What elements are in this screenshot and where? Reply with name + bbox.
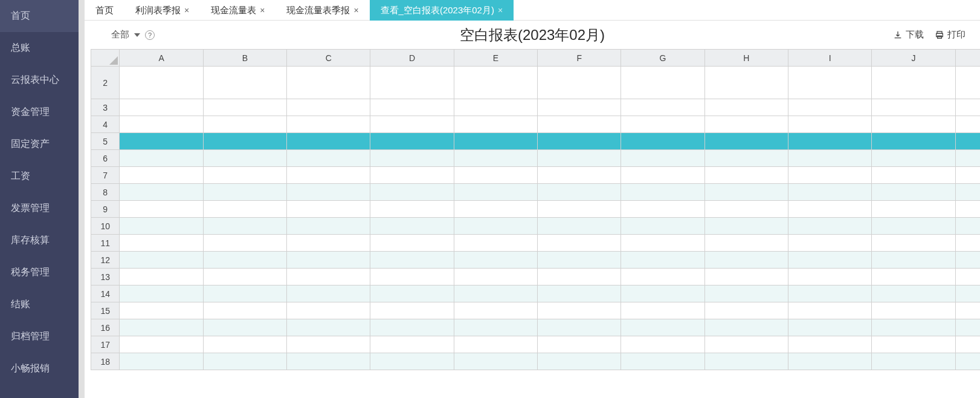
cell-C10[interactable] — [287, 218, 370, 235]
cell-G11[interactable] — [621, 235, 704, 252]
cell-D4[interactable] — [370, 116, 454, 133]
cell-J14[interactable] — [872, 285, 955, 302]
cell-G14[interactable] — [621, 285, 704, 302]
cell-F4[interactable] — [538, 116, 621, 133]
cell-E6[interactable] — [454, 150, 537, 167]
row-header-10[interactable]: 10 — [91, 218, 120, 235]
cell-G17[interactable] — [621, 336, 704, 353]
column-header-B[interactable]: B — [203, 50, 286, 67]
sidebar-item-inventory[interactable]: 库存核算 — [0, 224, 79, 256]
cell-I2[interactable] — [788, 67, 871, 99]
cell-D17[interactable] — [370, 336, 454, 353]
close-icon[interactable]: × — [260, 0, 265, 21]
close-icon[interactable]: × — [353, 0, 358, 21]
sidebar-item-invoice[interactable]: 发票管理 — [0, 192, 79, 224]
cell-F16[interactable] — [538, 319, 621, 336]
cell-J8[interactable] — [872, 184, 955, 201]
cell-H6[interactable] — [704, 150, 788, 167]
cell-K9[interactable] — [955, 201, 980, 218]
cell-B2[interactable] — [203, 67, 286, 99]
cell-H8[interactable] — [704, 184, 788, 201]
row-header-6[interactable]: 6 — [91, 150, 120, 167]
cell-D8[interactable] — [370, 184, 454, 201]
cell-E9[interactable] — [454, 201, 537, 218]
cell-G18[interactable] — [621, 353, 704, 370]
cell-G8[interactable] — [621, 184, 704, 201]
cell-E18[interactable] — [454, 353, 537, 370]
help-icon[interactable]: ? — [145, 30, 155, 40]
cell-H5[interactable] — [704, 133, 788, 150]
cell-J7[interactable] — [872, 167, 955, 184]
cell-I4[interactable] — [788, 116, 871, 133]
cell-A18[interactable] — [120, 353, 203, 370]
cell-D2[interactable] — [370, 67, 454, 99]
cell-D14[interactable] — [370, 285, 454, 302]
cell-A2[interactable] — [120, 67, 203, 99]
cell-E2[interactable] — [454, 67, 537, 99]
tab-0[interactable]: 首页 — [85, 0, 124, 21]
cell-F9[interactable] — [538, 201, 621, 218]
row-header-9[interactable]: 9 — [91, 201, 120, 218]
cell-I9[interactable] — [788, 201, 871, 218]
cell-F7[interactable] — [538, 167, 621, 184]
cell-A7[interactable] — [120, 167, 203, 184]
cell-B17[interactable] — [203, 336, 286, 353]
cell-I6[interactable] — [788, 150, 871, 167]
cell-H17[interactable] — [704, 336, 788, 353]
cell-I16[interactable] — [788, 319, 871, 336]
column-header-K[interactable]: K — [955, 50, 980, 67]
cell-H2[interactable] — [704, 67, 788, 99]
cell-C2[interactable] — [287, 67, 370, 99]
cell-I3[interactable] — [788, 99, 871, 116]
cell-D11[interactable] — [370, 235, 454, 252]
cell-C15[interactable] — [287, 302, 370, 319]
cell-J2[interactable] — [872, 67, 955, 99]
cell-E7[interactable] — [454, 167, 537, 184]
cell-A17[interactable] — [120, 336, 203, 353]
cell-A10[interactable] — [120, 218, 203, 235]
cell-C8[interactable] — [287, 184, 370, 201]
cell-K12[interactable] — [955, 252, 980, 269]
cell-C18[interactable] — [287, 353, 370, 370]
spreadsheet[interactable]: ABCDEFGHIJK23456789101112131415161718 — [85, 49, 980, 398]
row-header-17[interactable]: 17 — [91, 336, 120, 353]
cell-E11[interactable] — [454, 235, 537, 252]
cell-I18[interactable] — [788, 353, 871, 370]
cell-F12[interactable] — [538, 252, 621, 269]
cell-F15[interactable] — [538, 302, 621, 319]
cell-I11[interactable] — [788, 235, 871, 252]
row-header-4[interactable]: 4 — [91, 116, 120, 133]
cell-K8[interactable] — [955, 184, 980, 201]
cell-I8[interactable] — [788, 184, 871, 201]
tab-1[interactable]: 利润表季报× — [124, 0, 200, 21]
row-header-14[interactable]: 14 — [91, 285, 120, 302]
cell-K11[interactable] — [955, 235, 980, 252]
column-header-A[interactable]: A — [120, 50, 203, 67]
cell-J6[interactable] — [872, 150, 955, 167]
cell-K15[interactable] — [955, 302, 980, 319]
cell-I10[interactable] — [788, 218, 871, 235]
cell-C17[interactable] — [287, 336, 370, 353]
cell-A6[interactable] — [120, 150, 203, 167]
cell-K16[interactable] — [955, 319, 980, 336]
cell-A4[interactable] — [120, 116, 203, 133]
filter-dropdown[interactable]: 全部 ? — [111, 29, 155, 41]
cell-J12[interactable] — [872, 252, 955, 269]
tab-4[interactable]: 查看_空白报表(2023年02月)× — [370, 0, 514, 21]
cell-C5[interactable] — [287, 133, 370, 150]
cell-E8[interactable] — [454, 184, 537, 201]
cell-E13[interactable] — [454, 269, 537, 285]
cell-H7[interactable] — [704, 167, 788, 184]
cell-F5[interactable] — [538, 133, 621, 150]
sidebar-item-closing[interactable]: 结账 — [0, 289, 79, 321]
cell-B7[interactable] — [203, 167, 286, 184]
cell-K5[interactable] — [955, 133, 980, 150]
sidebar-item-fixed-assets[interactable]: 固定资产 — [0, 128, 79, 160]
cell-E12[interactable] — [454, 252, 537, 269]
cell-J16[interactable] — [872, 319, 955, 336]
cell-F13[interactable] — [538, 269, 621, 285]
download-button[interactable]: 下载 — [893, 29, 924, 41]
cell-J13[interactable] — [872, 269, 955, 285]
cell-E5[interactable] — [454, 133, 537, 150]
cell-A5[interactable] — [120, 133, 203, 150]
